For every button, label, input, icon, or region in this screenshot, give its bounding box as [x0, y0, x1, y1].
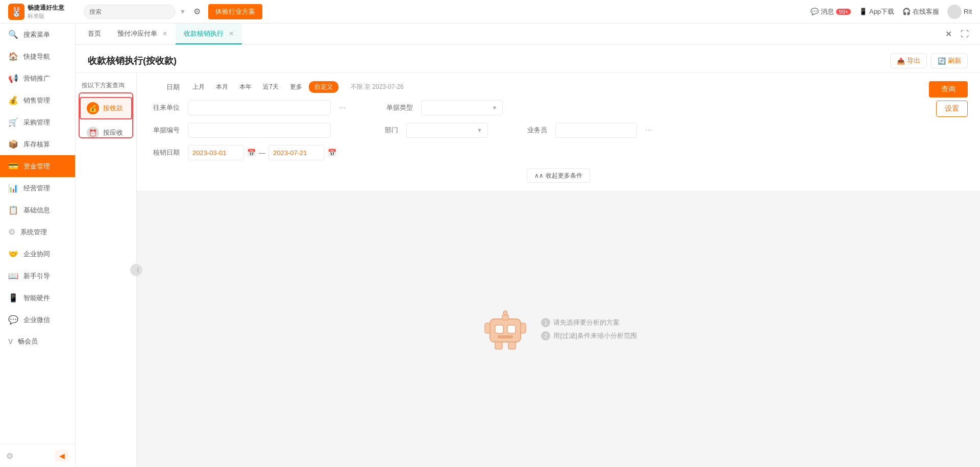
collapse-up-icon: ∧∧ — [534, 172, 544, 179]
tab-receipt[interactable]: 收款核销执行 ✕ — [176, 23, 242, 44]
tab-close-all-btn[interactable]: ✕ — [941, 27, 955, 41]
topbar-gear-icon[interactable]: ⚙ — [190, 5, 204, 19]
topbar-right: 💬 消息 99+ 📱 App下载 🎧 在线客服 Rit — [811, 5, 972, 19]
tip1-num: 1 — [541, 318, 550, 327]
tab-expand-btn[interactable]: ⛶ — [958, 27, 972, 41]
sidebar-label-search-menu: 搜索菜单 — [23, 30, 50, 39]
sidebar-label-inventory: 库存核算 — [23, 140, 50, 149]
verify-date-start-cal-icon[interactable]: 📅 — [247, 149, 256, 157]
guide-icon: 📖 — [8, 271, 18, 281]
date-btn-this-year[interactable]: 本年 — [235, 81, 256, 93]
date-label: 日期 — [149, 83, 180, 92]
empty-state-inner: 1 请先选择要分析的方案 2 用[过滤]条件来缩小分析范围 — [480, 304, 636, 355]
sidebar-label-quick-nav: 快捷导航 — [23, 52, 50, 61]
sidebar-settings-icon[interactable]: ⚙ — [6, 451, 13, 461]
date-btn-more[interactable]: 更多 — [285, 81, 307, 93]
partner-dots[interactable]: ··· — [339, 103, 346, 112]
sidebar-item-enterprise[interactable]: 🤝 企业协同 — [0, 243, 75, 265]
topbar-search-dropdown[interactable]: ▼ — [180, 8, 186, 15]
svg-rect-4 — [502, 315, 508, 320]
docno-dept-staff-row: 单据编号 部门 ▼ 业务员 — [149, 122, 921, 138]
topbar-app-download[interactable]: 📱 App下载 — [859, 7, 894, 16]
sidebar-item-inventory[interactable]: 📦 库存核算 — [0, 133, 75, 155]
date-btn-last-month[interactable]: 上月 — [188, 81, 209, 93]
doc-no-input[interactable] — [188, 122, 331, 138]
topbar-messages[interactable]: 💬 消息 99+ — [811, 7, 851, 16]
topbar-online-service[interactable]: 🎧 在线客服 — [902, 7, 939, 16]
tab-prepay-label: 预付冲应付单 — [117, 29, 157, 38]
sidebar-label-finance: 资金管理 — [23, 162, 50, 171]
sidebar-item-member[interactable]: V 畅会员 — [0, 331, 75, 352]
system-icon: ⚙ — [8, 227, 15, 237]
logo-area: 🐰 畅捷通好生意 标准版 — [8, 4, 84, 20]
sidebar-item-operation[interactable]: 📊 经营管理 — [0, 177, 75, 199]
filter-panel-collapse-btn[interactable]: 《 — [130, 264, 142, 276]
brand-name: 畅捷通好生意 — [28, 4, 64, 12]
partner-input[interactable] — [188, 100, 331, 115]
sidebar-item-finance[interactable]: 💳 资金管理 — [0, 155, 75, 177]
date-btn-custom[interactable]: 自定义 — [309, 81, 338, 93]
sidebar-item-system[interactable]: ⚙ 系统管理 — [0, 221, 75, 243]
doc-type-label: 单据类型 — [382, 103, 413, 112]
sidebar-label-system: 系统管理 — [20, 228, 47, 237]
staff-input[interactable] — [555, 122, 637, 138]
query-form: 日期 上月 本月 本年 近7天 更多 自定义 — [137, 73, 980, 191]
message-icon: 💬 — [811, 8, 819, 15]
query-btn[interactable]: 查询 — [929, 81, 968, 97]
date-btn-this-month[interactable]: 本月 — [211, 81, 233, 93]
date-range-info: 不限 至 2023-07-26 — [351, 83, 404, 91]
sidebar-item-basic-info[interactable]: 📋 基础信息 — [0, 199, 75, 221]
sidebar-item-marketing[interactable]: 📢 营销推广 — [0, 67, 75, 89]
topbar-user[interactable]: Rit — [947, 5, 972, 19]
partner-label: 往来单位 — [149, 103, 180, 112]
purchase-icon: 🛒 — [8, 117, 18, 127]
sidebar-item-wechat[interactable]: 💬 企业微信 — [0, 309, 75, 331]
sidebar-item-sales[interactable]: 💰 销售管理 — [0, 89, 75, 111]
message-badge: 99+ — [836, 9, 851, 15]
tab-prepay-close[interactable]: ✕ — [162, 30, 167, 37]
sidebar-item-guide[interactable]: 📖 新手引导 — [0, 265, 75, 287]
tip1-text: 请先选择要分析的方案 — [553, 318, 620, 327]
wechat-icon: 💬 — [8, 315, 18, 325]
date-quick-btns: 上月 本月 本年 近7天 更多 自定义 — [188, 81, 338, 93]
dept-select[interactable]: ▼ — [406, 122, 488, 138]
collapse-more-btn[interactable]: ∧∧ 收起更多条件 — [527, 168, 590, 183]
query-area: 日期 上月 本月 本年 近7天 更多 自定义 — [137, 73, 980, 467]
query-btns: 查询 设置 — [929, 81, 968, 117]
doc-type-select[interactable]: ▼ — [421, 100, 503, 115]
filter-option-by-receivable[interactable]: ⏰ 按应收 — [80, 121, 132, 144]
sidebar-item-hardware[interactable]: 📱 智能硬件 — [0, 287, 75, 309]
tab-receipt-close[interactable]: ✕ — [229, 30, 234, 37]
service-label: 在线客服 — [913, 7, 939, 16]
doc-no-label: 单据编号 — [149, 126, 180, 135]
sidebar-label-guide: 新手引导 — [23, 272, 50, 281]
svg-rect-8 — [495, 342, 502, 349]
refresh-btn[interactable]: 🔄 刷新 — [931, 53, 968, 68]
export-btn[interactable]: 📤 导出 — [890, 53, 927, 68]
settings-btn[interactable]: 设置 — [936, 101, 968, 117]
tip2-text: 用[过滤]条件来缩小分析范围 — [553, 331, 636, 340]
hardware-icon: 📱 — [8, 293, 18, 303]
date-to-text: 至 2023-07-26 — [364, 83, 404, 90]
page-title: 收款核销执行(按收款) — [88, 55, 177, 67]
topbar-search-input[interactable] — [84, 5, 176, 19]
verify-date-range: 📅 — 📅 — [188, 145, 336, 160]
sidebar-collapse-btn[interactable]: ◀ — [55, 450, 69, 462]
sidebar-item-purchase[interactable]: 🛒 采购管理 — [0, 111, 75, 133]
sidebar-item-quick-nav[interactable]: 🏠 快捷导航 — [0, 45, 75, 67]
staff-dots[interactable]: ··· — [645, 126, 652, 135]
empty-state-icon — [480, 304, 531, 355]
verify-date-start[interactable] — [188, 145, 244, 160]
industry-btn[interactable]: 体验行业方案 — [208, 4, 262, 19]
tab-home[interactable]: 首页 — [80, 23, 109, 44]
sidebar-item-search-menu[interactable]: 🔍 搜索菜单 — [0, 23, 75, 45]
verify-date-end[interactable] — [268, 145, 325, 160]
filter-option-by-receipt[interactable]: 💰 按收款 — [80, 97, 132, 119]
verify-date-end-cal-icon[interactable]: 📅 — [328, 149, 336, 157]
operation-icon: 📊 — [8, 183, 18, 193]
date-btn-7days[interactable]: 近7天 — [258, 81, 283, 93]
tab-prepay[interactable]: 预付冲应付单 ✕ — [109, 23, 176, 44]
app-icon: 📱 — [859, 8, 867, 15]
quick-nav-icon: 🏠 — [8, 52, 18, 61]
filter-receipt-label: 按收款 — [103, 104, 123, 113]
